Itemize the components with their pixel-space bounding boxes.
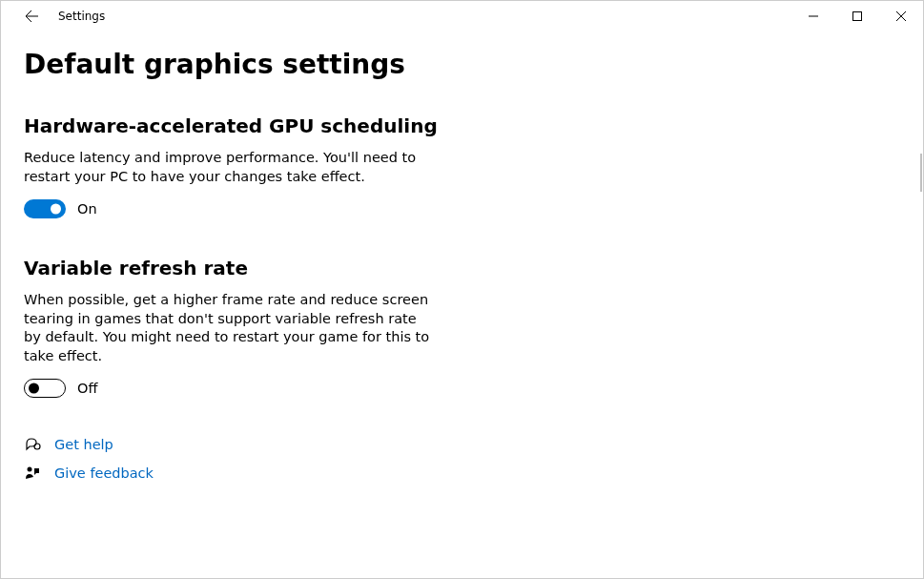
gpu-section-desc: Reduce latency and improve performance. … [24, 149, 434, 186]
close-button[interactable] [879, 1, 923, 31]
minimize-button[interactable] [791, 1, 835, 31]
vrr-toggle[interactable] [24, 379, 66, 398]
vrr-toggle-label: Off [77, 381, 97, 396]
window-title: Settings [58, 10, 105, 23]
minimize-icon [809, 11, 818, 21]
svg-point-5 [28, 467, 32, 472]
feedback-link-text: Give feedback [54, 465, 154, 481]
gpu-toggle[interactable] [24, 199, 66, 218]
help-link-text: Get help [54, 437, 113, 452]
back-arrow-icon [24, 9, 39, 24]
toggle-knob [29, 383, 39, 394]
back-button[interactable] [9, 1, 54, 31]
feedback-icon [24, 465, 41, 481]
help-link-row[interactable]: Get help [24, 436, 626, 452]
vrr-section-desc: When possible, get a higher frame rate a… [24, 291, 434, 365]
vrr-section-title: Variable refresh rate [24, 257, 626, 279]
svg-rect-1 [853, 12, 862, 21]
feedback-link-row[interactable]: Give feedback [24, 465, 626, 481]
scrollbar[interactable] [920, 154, 922, 192]
toggle-knob [51, 204, 61, 215]
window-controls [791, 1, 923, 31]
maximize-icon [852, 11, 862, 21]
help-icon [24, 436, 41, 452]
maximize-button[interactable] [835, 1, 879, 31]
titlebar: Settings [1, 1, 923, 31]
gpu-section-title: Hardware-accelerated GPU scheduling [24, 114, 626, 137]
help-links: Get help Give feedback [24, 436, 626, 481]
content-area: Default graphics settings Hardware-accel… [1, 31, 649, 481]
page-title: Default graphics settings [24, 49, 626, 80]
svg-point-4 [34, 444, 40, 449]
vrr-toggle-row: Off [24, 379, 626, 398]
gpu-toggle-label: On [77, 201, 97, 217]
gpu-toggle-row: On [24, 199, 626, 218]
close-icon [896, 11, 906, 21]
